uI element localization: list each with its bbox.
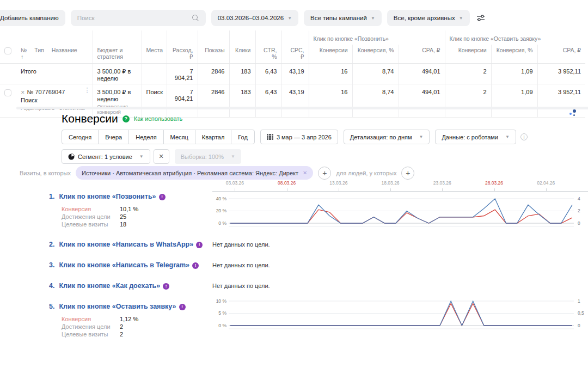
totals-label: Итого — [16, 64, 93, 84]
table-column-header-row: №ТипНазвание ↑ Бюджет и стратегия Места … — [0, 45, 585, 64]
tab-week[interactable]: Неделя — [128, 130, 163, 144]
totals-goal1-rate: 8,74 — [352, 64, 399, 84]
reaches-label: Достижения цели — [62, 213, 120, 220]
segment-button[interactable]: Сегмент: 1 условие ▼ — [62, 149, 150, 164]
archive-filter-value: Все, кроме архивных — [394, 15, 455, 21]
target-visits-label: Целевые визиты — [62, 331, 120, 338]
detail-select[interactable]: Детализация: по дням ▼ — [344, 130, 430, 144]
column-header-ctr[interactable]: CTR, % — [255, 45, 281, 64]
help-question-icon[interactable]: ? — [122, 115, 130, 122]
tab-year[interactable]: Год — [231, 130, 255, 144]
goal-2-link[interactable]: 2.Клик по кнопке «Написать в WhatsApp»! — [49, 241, 212, 248]
group-header-goal2: Клик по кнопке «Оставить заявку» — [445, 30, 585, 45]
totals-cpc: 43,19 — [281, 64, 309, 84]
columns-settings-icon[interactable] — [476, 14, 485, 22]
kebab-menu-icon[interactable]: ⋮ — [84, 89, 90, 91]
conversion-value: 10,1 % — [120, 206, 138, 213]
campaign-goal1-cpa: 494,01 — [399, 84, 445, 118]
campaign-checkbox[interactable] — [4, 89, 11, 96]
goal-badge-icon[interactable]: ! — [192, 262, 199, 269]
column-header-cpc[interactable]: CPC, ₽ — [281, 45, 309, 64]
search-field[interactable] — [71, 10, 206, 26]
column-header-clicks[interactable]: Клики — [229, 45, 255, 64]
add-visit-condition-button[interactable]: + — [318, 167, 331, 180]
goal-badge-icon[interactable]: ! — [159, 194, 166, 200]
tab-quarter[interactable]: Квартал — [195, 130, 232, 144]
column-header-places[interactable]: Места — [142, 45, 167, 64]
campaign-type-label: Поиск — [21, 97, 88, 103]
tab-today[interactable]: Сегодня — [62, 130, 99, 144]
goal-5-link[interactable]: 5.Клик по кнопке «Оставить заявку»! — [49, 303, 212, 310]
widget-sparkle-icon[interactable] — [568, 109, 577, 118]
no-data-text: Нет данных по цели. — [212, 282, 588, 289]
campaign-type-value: Все типы кампаний — [310, 15, 367, 21]
clear-segment-button[interactable]: ✕ — [154, 149, 169, 164]
campaign-clicks: 183 — [229, 84, 255, 118]
column-header-name[interactable]: №ТипНазвание ↑ — [16, 45, 93, 64]
add-campaign-button[interactable]: Добавить кампанию — [0, 10, 65, 26]
date-range-value: 03.03.2026–03.04.2026 — [218, 15, 284, 21]
column-header-goal1-cpa[interactable]: CPA, ₽ — [399, 45, 445, 64]
campaigns-toolbar: Добавить кампанию 03.03.2026–03.04.2026 … — [0, 10, 485, 26]
column-header-goal1-conversions[interactable]: Конверсии — [309, 45, 352, 64]
tab-month[interactable]: Месяц — [163, 130, 195, 144]
info-icon[interactable]: i — [520, 133, 528, 140]
axis-date-label: 03.03.26 — [226, 180, 244, 186]
campaign-type-filter[interactable]: Все типы кампаний ▼ — [304, 10, 382, 26]
column-header-cost[interactable]: Расход, ₽ — [167, 45, 198, 64]
report-date-range-button[interactable]: 3 мар — 3 апр 2026 — [260, 130, 338, 144]
goal-badge-icon[interactable]: ! — [196, 242, 203, 248]
date-range-filter[interactable]: 03.03.2026–03.04.2026 ▼ — [211, 10, 298, 26]
goal-1-link[interactable]: 1.Клик по кнопке «Позвонить»! — [49, 193, 212, 200]
goal-5-chart: 10 % 5 % 0 % 1 0,5 0 — [212, 297, 588, 330]
column-header-impressions[interactable]: Показы — [198, 45, 229, 64]
campaign-goal2-rate: 1,09 — [491, 84, 537, 118]
archive-filter[interactable]: Все, кроме архивных ▼ — [387, 10, 470, 26]
campaign-ctr: 6,43 — [255, 84, 281, 118]
page: Добавить кампанию 03.03.2026–03.04.2026 … — [0, 0, 588, 368]
goal-3-link[interactable]: 3.Клик по кнопке «Написать в Telegram»! — [49, 261, 212, 269]
tab-yesterday[interactable]: Вчера — [98, 130, 129, 144]
section-divider — [16, 107, 588, 109]
data-mode-value: Данные: с роботами — [442, 134, 498, 140]
chart-left-axis: 40 % 20 % 0 % — [212, 195, 229, 228]
data-mode-select[interactable]: Данные: с роботами ▼ — [435, 130, 516, 144]
campaign-goal2-conversions: 2 — [445, 84, 491, 118]
goal-row-5: 5.Клик по кнопке «Оставить заявку»! Конв… — [49, 303, 588, 339]
detail-select-value: Детализация: по дням — [350, 134, 412, 140]
sampling-button[interactable]: Выборка: 100% ▼ — [175, 149, 241, 164]
search-icon — [192, 15, 199, 22]
campaign-impressions: 2846 — [198, 84, 229, 118]
goal-1-chart: 40 % 20 % 0 % 4 2 0 — [212, 195, 588, 228]
no-data-text: Нет данных по цели. — [212, 241, 588, 248]
column-header-goal1-rate[interactable]: Конверсия, % — [352, 45, 399, 64]
segment-condition-tag[interactable]: Источники · Автоматическая атрибуция · Р… — [76, 166, 313, 180]
add-people-condition-button[interactable]: + — [401, 167, 414, 180]
column-header-goal2-conversions[interactable]: Конверсии — [445, 45, 491, 64]
report-controls: Сегодня Вчера Неделя Месяц Квартал Год 3… — [62, 130, 528, 144]
remove-tag-icon[interactable]: ✕ — [303, 170, 307, 176]
goal-1-metrics: Конверсия10,1 % Достижения цели25 Целевы… — [62, 206, 212, 228]
chevron-down-icon: ▼ — [419, 134, 423, 139]
totals-goal2-cpa: 3 952,11 — [537, 64, 585, 84]
axis-date-label: 23.03.26 — [433, 180, 451, 186]
conversion-label: Конверсия — [62, 206, 120, 213]
select-all-checkbox[interactable] — [4, 47, 11, 54]
search-input[interactable] — [77, 15, 186, 21]
column-header-goal2-cpa[interactable]: CPA, ₽ — [537, 45, 585, 64]
chevron-down-icon: ▼ — [459, 16, 463, 21]
period-tabs: Сегодня Вчера Неделя Месяц Квартал Год — [62, 130, 255, 144]
goal-4-link[interactable]: 4.Клик по кнопке «Как доехать»! — [49, 282, 212, 290]
goal-name: Клик по кнопке «Написать в Telegram» — [59, 261, 189, 269]
group-header-goal1: Клик по кнопке «Позвонить» — [309, 30, 445, 45]
column-header-goal2-rate[interactable]: Конверсия, % — [491, 45, 537, 64]
totals-goal2-conversions: 2 — [445, 64, 491, 84]
chart-left-axis: 10 % 5 % 0 % — [212, 297, 229, 330]
how-to-use-link[interactable]: Как использовать — [134, 115, 182, 122]
goal-badge-icon[interactable]: ! — [163, 283, 169, 290]
chevron-down-icon: ▼ — [139, 154, 144, 159]
campaign-id-link[interactable]: № 707769047 — [27, 89, 65, 95]
totals-ctr: 6,43 — [255, 64, 281, 84]
goal-badge-icon[interactable]: ! — [179, 304, 186, 310]
column-header-budget[interactable]: Бюджет и стратегия — [93, 45, 142, 64]
